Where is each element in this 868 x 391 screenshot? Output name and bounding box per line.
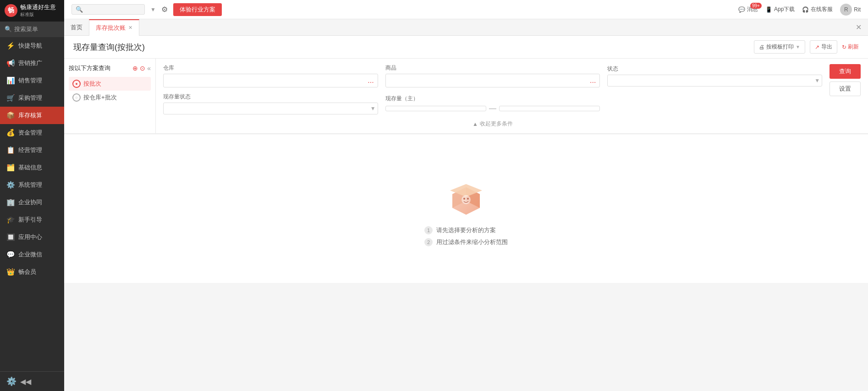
system-icon: ⚙️ <box>6 181 15 189</box>
refresh-btn[interactable]: ↻ 刷新 <box>842 43 859 51</box>
sidebar-search-menu[interactable]: 🔍 搜索菜单 <box>0 22 64 37</box>
settings-btn[interactable]: 设置 <box>830 81 861 96</box>
tab-batch-account[interactable]: 库存批次账 ✕ <box>89 19 139 36</box>
main-content: 🔍 ▼ ⚙ 体验行业方案 💬 消息 99+ 📱 App下载 🎧 在线客服 R <box>64 0 868 391</box>
sidebar-item-basic[interactable]: 🗂️ 基础信息 <box>0 159 64 176</box>
topbar: 🔍 ▼ ⚙ 体验行业方案 💬 消息 99+ 📱 App下载 🎧 在线客服 R <box>64 0 868 19</box>
status-field: 状态 ▼ <box>607 65 822 87</box>
filter-row-1: 仓库 ... 商品 ... <box>163 64 822 87</box>
filter-fields-area: 仓库 ... 商品 ... <box>163 64 822 128</box>
member-icon: 👑 <box>6 268 15 276</box>
warehouse-input[interactable]: ... <box>163 74 378 87</box>
stock-qty-field: 现存量（主） — <box>385 95 600 113</box>
svg-point-5 <box>463 198 465 200</box>
tab-close-icon[interactable]: ✕ <box>128 25 132 31</box>
status-label: 状态 <box>607 65 822 73</box>
topbar-search-input[interactable] <box>85 6 141 13</box>
sidebar-label-guide: 新手引导 <box>18 216 42 224</box>
scheme-outline-icon: ○ <box>72 93 81 102</box>
stock-qty-max-input[interactable] <box>499 106 600 111</box>
scheme-label-by-batch: 按批次 <box>83 80 101 88</box>
page-content: 现存量查询(按批次) 🖨 按模板打印 ▼ ↗ 导出 ↻ 刷新 <box>64 36 868 391</box>
status-input[interactable]: ▼ <box>607 75 822 87</box>
collapse-conditions-btn[interactable]: ▲ 收起更多条件 <box>163 120 822 128</box>
app-subtitle: 标准版 <box>20 11 56 18</box>
marketing-icon: 📢 <box>6 59 15 67</box>
sidebar-item-system[interactable]: ⚙️ 系统管理 <box>0 176 64 194</box>
export-btn[interactable]: ↗ 导出 <box>810 40 837 54</box>
purchase-icon: 🛒 <box>6 94 15 102</box>
stock-status-input[interactable]: ▼ <box>163 103 378 114</box>
sidebar: 畅 畅康通好生意 标准版 🔍 搜索菜单 ⚡ 快捷导航 📢 营销推广 📊 销售管理… <box>0 0 64 391</box>
search-menu-label: 搜索菜单 <box>14 25 38 33</box>
sidebar-item-corp-wechat[interactable]: 💬 企业微信 <box>0 246 64 263</box>
scheme-item-by-batch[interactable]: ● 按批次 <box>69 77 151 91</box>
trial-btn[interactable]: 体验行业方案 <box>173 3 222 16</box>
sidebar-label-basic: 基础信息 <box>18 163 42 172</box>
empty-tip-1: 1 请先选择要分析的方案 <box>424 226 508 234</box>
empty-tip-2-text: 用过滤条件来缩小分析范围 <box>436 238 508 246</box>
printer-icon: 🖨 <box>759 44 764 50</box>
sidebar-item-app-center[interactable]: 🔲 应用中心 <box>0 228 64 246</box>
warehouse-label: 仓库 <box>163 64 378 72</box>
inventory-icon: 📦 <box>6 111 15 119</box>
sidebar-label-marketing: 营销推广 <box>18 59 42 67</box>
topbar-search-box[interactable]: 🔍 <box>71 4 145 15</box>
collapse-label: 收起更多条件 <box>480 120 513 128</box>
tab-home[interactable]: 首页 <box>64 19 89 36</box>
sidebar-item-guide[interactable]: 🎓 新手引导 <box>0 211 64 228</box>
sidebar-item-purchase[interactable]: 🛒 采购管理 <box>0 89 64 107</box>
topbar-search-chevron-icon[interactable]: ▼ <box>150 6 156 13</box>
tabbar: 首页 库存批次账 ✕ ✕ <box>64 19 868 36</box>
app-download-icon: 📱 <box>765 6 772 13</box>
filter-actions-row: 仓库 ... 商品 ... <box>163 64 861 128</box>
sidebar-item-marketing[interactable]: 📢 营销推广 <box>0 54 64 72</box>
sidebar-item-quick-nav[interactable]: ⚡ 快捷导航 <box>0 37 64 54</box>
collapse-sidebar-icon[interactable]: ◀◀ <box>20 377 31 386</box>
scheme-settings-icon[interactable]: ⊙ <box>140 65 145 72</box>
add-scheme-icon[interactable]: ⊕ <box>132 65 138 72</box>
sidebar-item-member[interactable]: 👑 畅会员 <box>0 263 64 281</box>
corp-icon: 🏢 <box>6 198 15 206</box>
sidebar-item-corp[interactable]: 🏢 企业协同 <box>0 194 64 211</box>
sidebar-label-corp: 企业协同 <box>18 198 42 206</box>
empty-state: 1 请先选择要分析的方案 2 用过滤条件来缩小分析范围 <box>64 135 868 283</box>
product-dots-icon[interactable]: ... <box>590 76 596 85</box>
print-btn[interactable]: 🖨 按模板打印 ▼ <box>754 40 805 54</box>
online-service-btn[interactable]: 🎧 在线客服 <box>802 5 833 13</box>
filter-area: 按以下方案查询 ⊕ ⊙ « ● 按批次 ○ 按仓库+批次 <box>64 59 868 134</box>
operations-icon: 📋 <box>6 146 15 154</box>
headset-icon: 🎧 <box>802 6 809 13</box>
app-center-icon: 🔲 <box>6 233 15 241</box>
product-label: 商品 <box>385 64 600 72</box>
topbar-search-icon: 🔍 <box>76 6 83 13</box>
sidebar-label-member: 畅会员 <box>18 268 36 276</box>
tab-close-outer-btn[interactable]: ✕ <box>849 23 868 32</box>
sidebar-item-finance[interactable]: 💰 资金管理 <box>0 124 64 141</box>
sidebar-item-operations[interactable]: 📋 经营管理 <box>0 141 64 159</box>
stock-qty-separator: — <box>489 104 496 113</box>
tip-num-2: 2 <box>424 238 433 246</box>
chevron-up-icon: ▲ <box>472 121 478 127</box>
scheme-item-by-warehouse-batch[interactable]: ○ 按仓库+批次 <box>69 91 151 104</box>
tab-batch-account-label: 库存批次账 <box>96 24 126 32</box>
user-btn[interactable]: R Rit <box>840 4 861 16</box>
query-btn[interactable]: 查询 <box>830 64 861 79</box>
collapse-scheme-icon[interactable]: « <box>147 65 151 72</box>
topbar-settings-icon[interactable]: ⚙ <box>161 5 168 14</box>
warehouse-dots-icon[interactable]: ... <box>368 76 374 85</box>
product-input[interactable]: ... <box>385 74 600 87</box>
stock-status-dropdown-icon[interactable]: ▼ <box>370 105 376 112</box>
status-dropdown-icon[interactable]: ▼ <box>814 77 820 84</box>
settings-gear-icon[interactable]: ⚙️ <box>6 376 16 386</box>
tab-home-label: 首页 <box>71 23 82 32</box>
sidebar-label-system: 系统管理 <box>18 181 42 189</box>
message-btn[interactable]: 💬 消息 99+ <box>738 5 758 13</box>
app-download-btn[interactable]: 📱 App下载 <box>765 5 795 13</box>
tip-num-1: 1 <box>424 226 433 234</box>
stock-qty-min-input[interactable] <box>385 106 486 111</box>
topbar-right: 💬 消息 99+ 📱 App下载 🎧 在线客服 R Rit <box>738 4 861 16</box>
app-download-label: App下载 <box>774 5 795 13</box>
sidebar-item-inventory[interactable]: 📦 库存核算 <box>0 107 64 124</box>
sidebar-item-sales[interactable]: 📊 销售管理 <box>0 72 64 89</box>
